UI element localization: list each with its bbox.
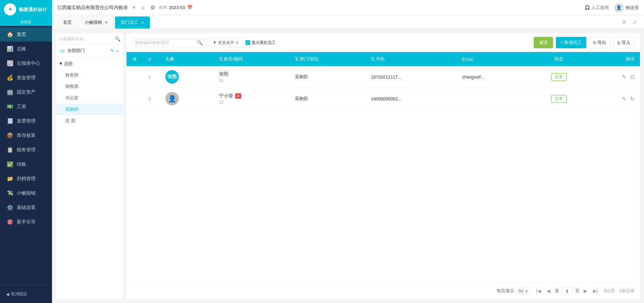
company-name: 江西服宝精品有限责任公司内账张 xyxy=(57,5,128,11)
dept-name: 销售部 xyxy=(65,84,78,90)
td-actions: ✎ ↻ xyxy=(588,88,640,110)
dept-item-finance[interactable]: 财务部 xyxy=(56,69,123,81)
sidebar-logo: ✦ 畅捷通好会计 xyxy=(0,0,52,19)
period-selector: 账期 2023-03 📅 xyxy=(159,5,193,10)
td-avatar: 👤 xyxy=(160,88,214,110)
export-button[interactable]: ⎘ 导出 xyxy=(589,37,610,48)
sidebar-item-settings[interactable]: ⚙️ 基础设置 xyxy=(0,200,52,215)
filter-button[interactable]: ▼ 更多条件 ∨ xyxy=(209,38,242,48)
page-size-label: 每页显示 xyxy=(497,288,514,294)
invite-button[interactable]: 邀请 xyxy=(534,37,553,48)
th-index: # xyxy=(143,52,160,66)
avatar: 👤 xyxy=(614,3,624,12)
service-label: 人工咨询 xyxy=(591,5,609,11)
prev-page-button[interactable]: ◀ xyxy=(545,287,553,295)
export-icon: ⎘ xyxy=(593,40,596,45)
table-row: 2 👤 宁小壹 应 xyxy=(126,88,640,110)
main-area: 江西服宝精品有限责任公司内账张 ▼ ＋ ⚙ 账期 2023-03 📅 🎧 人工咨… xyxy=(52,0,644,303)
pagination: |◀ ◀ 第 页 ▶ ▶| xyxy=(535,287,600,295)
page-size-select[interactable]: 50 ∨ xyxy=(516,287,530,295)
import-button[interactable]: ⎗ 导入 xyxy=(613,37,635,48)
calendar-icon[interactable]: 📅 xyxy=(187,5,193,10)
show-resigned-checkbox[interactable]: ✓ 显示离职员工 xyxy=(246,40,276,46)
tab-expense[interactable]: 小畅报销 ✕ xyxy=(79,16,114,29)
dropdown-icon: ∨ xyxy=(235,40,238,45)
th-status: 状态 xyxy=(530,52,588,66)
dept-item-general[interactable]: ▼ 总部 xyxy=(56,58,123,69)
sidebar-item-label: 库存核算 xyxy=(17,133,36,139)
td-settings xyxy=(126,88,143,110)
sidebar-item-salary[interactable]: 💵 工资 xyxy=(0,99,52,114)
th-phone[interactable]: ⇅ 手机 xyxy=(366,52,457,66)
company-dropdown-icon[interactable]: ▼ xyxy=(132,5,136,10)
td-dept: 采购部 xyxy=(289,66,366,88)
dept-item-sales[interactable]: 销售部 xyxy=(56,81,123,92)
all-dept-label: 全部部门 xyxy=(67,48,108,54)
dept-header-actions: ✎ « xyxy=(110,48,119,53)
dept-item-office[interactable]: 办公室 xyxy=(56,92,123,104)
toolbar-right: 邀请 + 新增员工 ⎘ 导出 ⎗ 导入 xyxy=(534,37,635,48)
expand-tab-button[interactable]: ⤢ xyxy=(631,18,639,27)
sidebar-item-inventory[interactable]: 📦 库存核算 xyxy=(0,128,52,143)
sidebar-item-close[interactable]: ✅ 结账 xyxy=(0,157,52,171)
th-name-code[interactable]: ⇅ 姓名/编码 xyxy=(214,52,290,66)
sidebar-item-funds[interactable]: 💰 资金管理 xyxy=(0,70,52,85)
sidebar-item-expense[interactable]: 💸 小畅报销 xyxy=(0,186,52,200)
sidebar-nav: 🏠 首页 📊 总账 📈 云报表中心 💰 资金管理 🏢 固定资产 💵 工资 🧾 发… xyxy=(0,26,52,285)
sidebar-item-ledger[interactable]: 📊 总账 xyxy=(0,42,52,56)
edit-employee-icon[interactable]: ✎ xyxy=(622,74,626,80)
topbar-settings-icon[interactable]: ⚙ xyxy=(150,4,155,11)
add-employee-button[interactable]: + 新增员工 xyxy=(556,37,586,48)
tab-department[interactable]: 部门员工 ✕ xyxy=(115,16,150,29)
last-page-button[interactable]: ▶| xyxy=(592,287,600,295)
close-period-icon: ✅ xyxy=(7,161,13,167)
sidebar-item-home[interactable]: 🏠 首页 xyxy=(0,27,52,42)
sidebar-item-archive[interactable]: 📁 归档管理 xyxy=(0,171,52,186)
tab-close-icon[interactable]: ✕ xyxy=(105,20,108,25)
employee-code: 11 xyxy=(219,78,284,83)
edit-dept-icon[interactable]: ✎ xyxy=(110,48,114,53)
right-panel: 🔍 ▼ 更多条件 ∨ ✓ 显示离职员工 邀请 + 新增员工 ⎘ 导出 xyxy=(126,34,640,299)
dept-search-input[interactable] xyxy=(59,37,113,41)
avatar: 张熙 xyxy=(165,70,179,84)
edit-employee-icon[interactable]: ✎ xyxy=(622,96,626,102)
dept-name: 财务部 xyxy=(65,72,78,78)
content-area: 🔍 ⚏ 全部部门 ✎ « ▼ 总部 财务部 销售部 xyxy=(52,30,644,303)
grid-icon: ⚏ xyxy=(60,47,65,54)
th-dept-position[interactable]: ⇅ 部门/职位 xyxy=(289,52,366,66)
employee-search-input[interactable] xyxy=(135,40,196,45)
toolbar: 🔍 ▼ 更多条件 ∨ ✓ 显示离职员工 邀请 + 新增员工 ⎘ 导出 xyxy=(126,34,640,52)
table-footer: 每页显示 50 ∨ |◀ ◀ 第 页 ▶ ▶| 共1页，2条记录 xyxy=(126,283,640,299)
tabbar-actions: ✕ ⤢ xyxy=(620,18,639,27)
assets-icon: 🏢 xyxy=(7,89,13,95)
td-actions: ✎ ⊡ xyxy=(588,66,640,88)
add-company-icon[interactable]: ＋ xyxy=(140,4,146,12)
td-index: 2 xyxy=(143,88,160,110)
tab-home[interactable]: 首页 xyxy=(57,16,77,29)
refresh-icon[interactable]: ↻ xyxy=(630,96,635,102)
close-tab-button[interactable]: ✕ xyxy=(620,18,628,27)
period-value: 2023-03 xyxy=(169,5,185,10)
tab-close-icon[interactable]: ✕ xyxy=(141,20,144,25)
next-page-button[interactable]: ▶ xyxy=(582,287,590,295)
cancel-pin-button[interactable]: ◀ 取消固定 xyxy=(3,289,49,300)
collapse-icon[interactable]: « xyxy=(116,48,119,53)
service-button[interactable]: 🎧 人工咨询 xyxy=(585,5,609,11)
td-avatar: 张熙 xyxy=(160,66,214,88)
sidebar-item-reports[interactable]: 📈 云报表中心 xyxy=(0,56,52,70)
sidebar-item-assets[interactable]: 🏢 固定资产 xyxy=(0,85,52,99)
sidebar-item-guide[interactable]: 🎯 新手引导 xyxy=(0,215,52,229)
sidebar-item-label: 总账 xyxy=(17,46,26,52)
th-settings[interactable]: ⚙ xyxy=(126,52,143,66)
first-page-button[interactable]: |◀ xyxy=(535,287,543,295)
dept-item-purchase[interactable]: 采购部 xyxy=(56,104,123,115)
more-options-icon[interactable]: ⊡ xyxy=(630,74,635,80)
all-departments-header[interactable]: ⚏ 全部部门 ✎ « xyxy=(56,45,123,57)
user-button[interactable]: 👤 畅捷通 xyxy=(614,3,639,12)
sidebar-item-tax[interactable]: 📋 税务管理 xyxy=(0,143,52,157)
page-number-input[interactable] xyxy=(561,287,573,295)
dept-tree: ▼ 总部 财务部 销售部 办公室 采购部 总 部 xyxy=(56,57,123,299)
sidebar-item-invoice[interactable]: 🧾 发票管理 xyxy=(0,114,52,128)
username: 畅捷通 xyxy=(626,5,639,11)
dept-item-hq[interactable]: 总 部 xyxy=(56,115,123,127)
